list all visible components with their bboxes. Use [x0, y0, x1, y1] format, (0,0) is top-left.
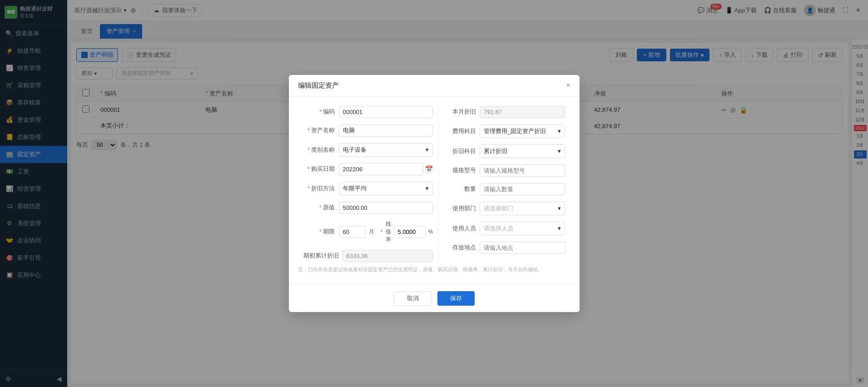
field-code: * 编码	[303, 106, 433, 118]
field-department: 使用部门 请选择部门 ▾	[444, 202, 565, 215]
field-quantity: 数量	[444, 183, 565, 195]
purchase-date-input[interactable]	[339, 163, 424, 175]
form-left: * 编码 * 资产名称 * 类别名称 电子设备 ▾	[298, 106, 439, 262]
method-dropdown-icon: ▾	[426, 185, 429, 192]
original-value-input[interactable]	[339, 202, 433, 214]
modal-body: * 编码 * 资产名称 * 类别名称 电子设备 ▾	[289, 97, 580, 285]
field-original-value: * 原值	[303, 202, 433, 214]
location-input[interactable]	[480, 242, 565, 254]
category-select[interactable]: 电子设备 ▾	[339, 143, 433, 157]
modal-header: 编辑固定资产 ×	[289, 75, 580, 97]
category-dropdown-icon: ▾	[426, 146, 429, 153]
field-asset-name: * 资产名称	[303, 124, 433, 137]
modal-note: 注：已经存在变更记录或者对应固定资产已经生成凭证，原值、购买日期、残值率、累计折…	[298, 262, 570, 276]
person-select[interactable]: 请选择人员 ▾	[480, 222, 565, 235]
field-person: 使用人员 请选择人员 ▾	[444, 222, 565, 235]
cancel-button[interactable]: 取消	[394, 291, 432, 306]
period-input[interactable]	[339, 226, 366, 238]
spec-model-input[interactable]	[480, 164, 565, 177]
monthly-depreciation-input	[480, 106, 565, 118]
modal-overlay: 编辑固定资产 × * 编码 * 资产名称	[0, 0, 868, 387]
department-select[interactable]: 请选择部门 ▾	[480, 202, 565, 215]
calendar-icon[interactable]: 📅	[425, 165, 433, 173]
field-monthly-depreciation: 本月折旧	[444, 106, 565, 118]
field-initial-depreciation: 期初累计折旧	[303, 250, 433, 262]
asset-name-input[interactable]	[339, 124, 433, 137]
edit-asset-modal: 编辑固定资产 × * 编码 * 资产名称	[289, 75, 580, 313]
field-category: * 类别名称 电子设备 ▾	[303, 143, 433, 157]
field-depreciation-subject: 折旧科目 累计折旧 ▾	[444, 144, 565, 158]
depreciation-method-select[interactable]: 年限平均 ▾	[339, 182, 433, 195]
field-location: 存放地点	[444, 242, 565, 254]
save-button[interactable]: 保存	[437, 291, 475, 306]
dep-subject-dropdown-icon: ▾	[558, 148, 561, 154]
initial-depreciation-input	[342, 250, 433, 262]
form-right: 本月折旧 费用科目 管理费用_固定资产折旧 ▾ 折旧科目	[439, 106, 570, 262]
field-depreciation-method: * 折旧方法 年限平均 ▾	[303, 182, 433, 195]
modal-close-button[interactable]: ×	[566, 81, 570, 89]
department-dropdown-icon: ▾	[558, 205, 561, 212]
person-dropdown-icon: ▾	[558, 225, 561, 232]
modal-title: 编辑固定资产	[298, 81, 339, 90]
quantity-input[interactable]	[480, 183, 565, 195]
expense-dropdown-icon: ▾	[558, 128, 561, 134]
field-period: * 期限 月 * 残值率 %	[303, 220, 433, 243]
expense-subject-select[interactable]: 管理费用_固定资产折旧 ▾	[480, 124, 565, 138]
code-input[interactable]	[339, 106, 433, 118]
modal-footer: 取消 保存	[289, 284, 580, 312]
field-spec-model: 规格型号	[444, 164, 565, 177]
depreciation-subject-select[interactable]: 累计折旧 ▾	[480, 144, 565, 158]
residual-rate-input[interactable]	[394, 226, 426, 238]
field-purchase-date: * 购买日期 📅	[303, 163, 433, 175]
field-expense-subject: 费用科目 管理费用_固定资产折旧 ▾	[444, 124, 565, 138]
form-grid: * 编码 * 资产名称 * 类别名称 电子设备 ▾	[298, 106, 570, 262]
